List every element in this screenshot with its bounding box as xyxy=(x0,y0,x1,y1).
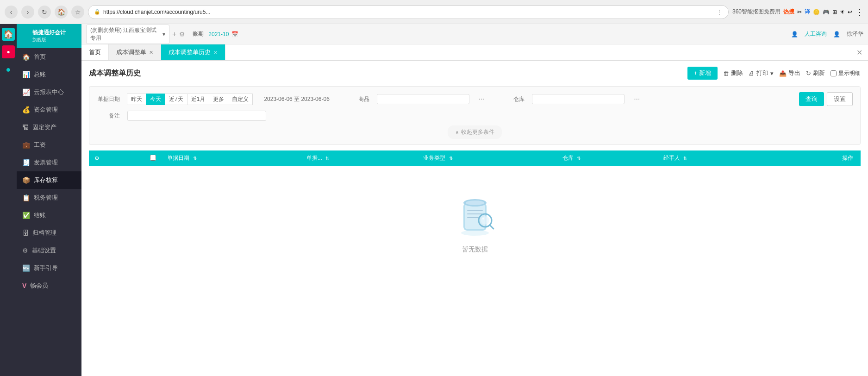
icon-bar-red[interactable]: ● xyxy=(2,45,15,58)
url-bar[interactable]: 🔒 https://cloud.chanjet.com/accounting/u… xyxy=(88,5,729,19)
consulting-label[interactable]: 人工咨询 xyxy=(805,30,827,38)
undo-icon[interactable]: ↩ xyxy=(848,9,852,15)
number-column-label: 单据... xyxy=(306,155,322,161)
tab-close-all[interactable]: ✕ xyxy=(856,48,862,57)
more-icon[interactable]: ⋮ xyxy=(855,7,863,17)
sidebar-item-invoice[interactable]: 🧾 发票管理 xyxy=(17,154,81,171)
member-icon: V xyxy=(22,282,26,289)
browser-chrome: ‹ › ↻ 🏠 ☆ 🔒 https://cloud.chanjet.com/ac… xyxy=(0,0,868,24)
user-label[interactable]: 徐泽华 xyxy=(847,30,863,38)
gear-icon[interactable]: ⚙ xyxy=(94,155,100,162)
refresh-icon: ↻ xyxy=(806,70,811,77)
icon-bar-main[interactable]: 🏠 xyxy=(2,28,15,41)
tab-cost-adjust-history-close[interactable]: ✕ xyxy=(213,50,218,56)
table-header-checkbox[interactable] xyxy=(144,150,162,166)
sidebar-item-settings[interactable]: ⚙ 基础设置 xyxy=(17,242,81,259)
salary-icon: 💼 xyxy=(22,141,30,149)
sidebar-item-label-ledger: 总账 xyxy=(34,70,46,79)
date-btn-yesterday[interactable]: 昨天 xyxy=(127,94,146,105)
page-actions: + 新增 🗑 删除 🖨 打印 ▾ 📤 导出 ↻ xyxy=(687,67,861,80)
reports-icon: 📈 xyxy=(22,88,30,96)
tax-icon: 📋 xyxy=(22,194,30,201)
forward-button[interactable]: › xyxy=(21,6,34,19)
icon-bar-blue[interactable]: ● xyxy=(2,63,15,76)
select-all-checkbox[interactable] xyxy=(150,155,156,161)
sidebar-item-label-reports: 云报表中心 xyxy=(34,88,64,96)
home-button[interactable]: 🏠 xyxy=(55,6,68,19)
tab-home[interactable]: 首页 xyxy=(81,44,109,60)
date-btn-1month[interactable]: 近1月 xyxy=(187,94,210,105)
product-filter-input[interactable] xyxy=(377,94,469,104)
search-label: 360智能抠图免费用 xyxy=(732,8,781,16)
export-button[interactable]: 📤 导出 xyxy=(779,69,800,77)
warehouse-filter-input[interactable] xyxy=(532,94,624,104)
collapse-button[interactable]: ∧ 收起更多条件 xyxy=(448,125,502,139)
archive-icon: 🗄 xyxy=(22,229,29,237)
back-button[interactable]: ‹ xyxy=(5,6,18,19)
date-btn-7days[interactable]: 近7天 xyxy=(165,94,187,105)
sidebar-item-reports[interactable]: 📈 云报表中心 xyxy=(17,83,81,101)
remark-filter-input[interactable] xyxy=(127,111,266,121)
tab-cost-adjust[interactable]: 成本调整单 ✕ xyxy=(109,44,161,60)
date-range-text: 2023-06-06 至 2023-06-06 xyxy=(264,95,329,103)
star-button[interactable]: ☆ xyxy=(71,6,84,19)
biz-type-column-label: 业务类型 xyxy=(423,155,445,161)
translate-icon[interactable]: 译 xyxy=(805,8,810,16)
main-content: (勿删勿禁用) 江西服宝测试专用 ▾ + ⚙ 账期 2021-10 📅 👤 人工… xyxy=(81,24,868,376)
delete-button[interactable]: 🗑 删除 xyxy=(723,69,743,77)
period-value[interactable]: 2021-10 xyxy=(208,31,229,38)
query-button[interactable]: 查询 xyxy=(799,92,824,106)
company-select[interactable]: (勿删勿禁用) 江西服宝测试专用 ▾ xyxy=(86,25,169,44)
sidebar-item-salary[interactable]: 💼 工资 xyxy=(17,136,81,154)
print-label: 打印 xyxy=(756,69,768,77)
sidebar-item-guide[interactable]: 🆕 新手引导 xyxy=(17,259,81,277)
sidebar-item-label-settlement: 结账 xyxy=(34,211,46,219)
grid-icon[interactable]: ⊞ xyxy=(832,9,837,15)
sidebar-item-label-guide: 新手引导 xyxy=(34,264,58,272)
sidebar-item-member[interactable]: V 畅会员 xyxy=(17,277,81,295)
scissors-icon[interactable]: ✂ xyxy=(797,9,802,15)
calendar-icon[interactable]: 📅 xyxy=(231,31,238,38)
tab-cost-adjust-history[interactable]: 成本调整单历史 ✕ xyxy=(161,44,225,60)
date-btn-custom[interactable]: 自定义 xyxy=(228,94,253,105)
sidebar-item-archive[interactable]: 🗄 归档管理 xyxy=(17,224,81,242)
display-detail-checkbox[interactable]: 显示明细 xyxy=(831,69,861,77)
date-btn-today[interactable]: 今天 xyxy=(146,94,165,105)
reload-button[interactable]: ↻ xyxy=(38,6,51,19)
table-header-gear[interactable]: ⚙ xyxy=(89,150,144,166)
table-header-date[interactable]: 单据日期 ⇅ xyxy=(162,150,301,166)
filter-row-1: 单据日期 昨天 今天 近7天 近1月 更多 自定义 2023-06-06 至 2… xyxy=(97,92,853,106)
add-company-btn[interactable]: + xyxy=(172,30,176,38)
sidebar-item-funds[interactable]: 💰 资金管理 xyxy=(17,101,81,119)
display-detail-input[interactable] xyxy=(831,70,837,76)
print-button[interactable]: 🖨 打印 ▾ xyxy=(749,69,774,77)
table-header-operator[interactable]: 经手人 ⇅ xyxy=(658,150,778,166)
sidebar-item-tax[interactable]: 📋 税务管理 xyxy=(17,189,81,207)
refresh-button[interactable]: ↻ 刷新 xyxy=(806,69,825,77)
product-filter-dots[interactable]: ··· xyxy=(479,95,485,103)
sidebar-item-home[interactable]: 🏠 首页 xyxy=(17,48,81,66)
table-header-warehouse[interactable]: 仓库 ⇅ xyxy=(557,150,658,166)
sidebar-item-fixed-assets[interactable]: 🏗 固定资产 xyxy=(17,119,81,136)
top-nav-right: 👤 人工咨询 👤 徐泽华 xyxy=(791,30,863,38)
sidebar-item-inventory[interactable]: 📦 库存核算 xyxy=(17,171,81,189)
new-button[interactable]: + 新增 xyxy=(687,67,718,80)
coin-icon[interactable]: 🪙 xyxy=(813,9,820,15)
game-icon[interactable]: 🎮 xyxy=(823,9,830,15)
warehouse-filter-dots[interactable]: ··· xyxy=(634,95,640,103)
brightness-icon[interactable]: ☀ xyxy=(840,9,845,15)
table-header-number[interactable]: 单据... ⇅ xyxy=(301,150,418,166)
sidebar-item-settlement[interactable]: ✅ 结账 xyxy=(17,207,81,224)
sidebar-item-label-fixed-assets: 固定资产 xyxy=(32,123,56,132)
print-dropdown-icon[interactable]: ▾ xyxy=(770,70,774,77)
sidebar-item-ledger[interactable]: 📊 总账 xyxy=(17,66,81,83)
table-header-biz-type[interactable]: 业务类型 ⇅ xyxy=(418,150,557,166)
svg-point-9 xyxy=(481,216,489,225)
date-btn-more[interactable]: 更多 xyxy=(209,94,228,105)
empty-illustration xyxy=(452,194,498,240)
settings-btn-right[interactable]: 设置 xyxy=(827,92,853,106)
svg-point-4 xyxy=(466,201,484,205)
settings-btn[interactable]: ⚙ xyxy=(179,31,185,38)
tab-cost-adjust-close[interactable]: ✕ xyxy=(149,50,153,56)
export-icon: 📤 xyxy=(779,70,787,77)
